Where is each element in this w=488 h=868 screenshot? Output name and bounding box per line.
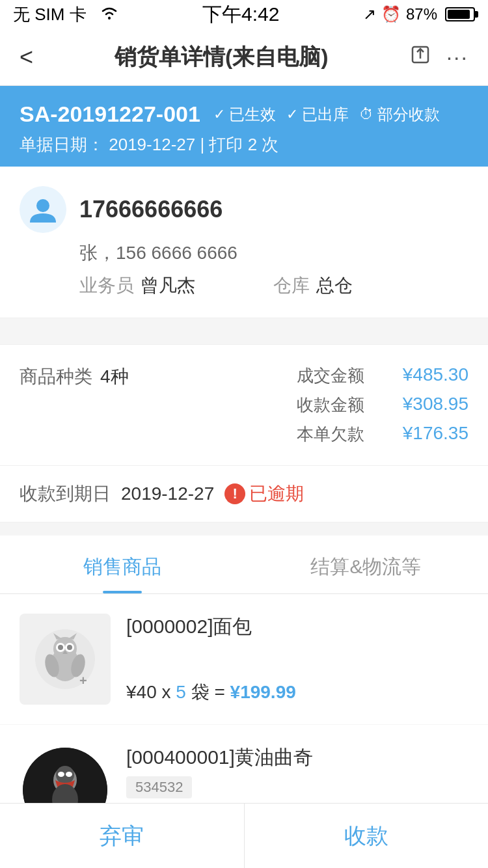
check-icon-2: ✓ [286,106,298,123]
user-avatar-icon [27,194,59,225]
clock-icon: ⏱ [359,106,373,123]
product-price-bread: ¥40 x 5 袋 = ¥199.99 [126,680,468,705]
nav-actions: ··· [410,44,468,70]
svg-point-21 [66,772,72,777]
order-header-banner: SA-20191227-001 ✓ 已生效 ✓ 已出库 ⏱ 部分收款 单据日期：… [0,86,488,167]
salesperson-value: 曾凡杰 [141,273,195,298]
due-date-value: 2019-12-27 [121,483,214,504]
salesperson-label: 业务员 [79,273,134,298]
svg-point-0 [108,17,111,20]
product-total-bread: ¥199.99 [230,682,296,702]
owed-amount-label: 本单欠款 [297,423,364,446]
carrier-wifi: 无 SIM 卡 [13,3,118,26]
status-bar: 无 SIM 卡 下午4:42 ↗ ⏰ 87% [0,0,488,29]
share-icon[interactable] [410,44,431,70]
warehouse-value: 总仓 [316,273,353,298]
overdue-badge: ! 已逾期 [224,481,304,506]
more-icon[interactable]: ··· [446,44,468,70]
reject-button[interactable]: 弃审 [0,804,245,868]
tab-settlement-logistics[interactable]: 结算&物流等 [244,536,488,593]
product-name-cookie: [000400001]黄油曲奇 [126,744,468,771]
order-status-badges: ✓ 已生效 ✓ 已出库 ⏱ 部分收款 [213,104,440,125]
collect-payment-button[interactable]: 收款 [245,804,489,868]
battery-percent: 87% [406,5,437,23]
order-date-line: 单据日期： 2019-12-27 | 打印 2 次 [20,133,468,156]
battery-icon [445,7,475,21]
status-effective: ✓ 已生效 [213,104,276,125]
status-indicators: ↗ ⏰ 87% [363,5,475,23]
deal-amount-label: 成交金额 [297,364,364,387]
product-sku-cookie: 534532 [126,776,192,798]
carrier-text: 无 SIM 卡 [13,5,87,24]
tab-sales-products[interactable]: 销售商品 [0,536,244,593]
product-qty-bread: 5 [176,682,186,702]
location-icon: ↗ [363,5,376,23]
product-kinds-value: 4种 [100,364,129,389]
tabs-spacer [0,522,488,536]
back-button[interactable]: < [20,44,33,71]
bottom-action-bar: 弃审 收款 [0,803,488,868]
product-kinds-label: 商品种类 [20,364,92,389]
stats-section: 商品种类 4种 成交金额 ¥485.30 收款金额 ¥308.95 本单欠款 ¥… [0,344,488,466]
customer-avatar [20,186,66,233]
svg-point-20 [58,772,64,777]
owed-amount-value: ¥176.35 [384,423,468,446]
customer-phone: 17666666666 [79,196,223,223]
received-amount-label: 收款金额 [297,394,364,416]
status-partial-payment: ⏱ 部分收款 [359,104,440,125]
product-image-owl: + [33,627,98,692]
customer-name-phone: 张，156 6666 6666 [20,241,468,265]
product-info-bread: [0000002]面包 ¥40 x 5 袋 = ¥199.99 [126,614,468,705]
wifi-icon [100,6,118,20]
order-id: SA-20191227-001 [20,102,200,127]
due-date-section: 收款到期日 2019-12-27 ! 已逾期 [0,466,488,522]
svg-point-9 [58,645,63,650]
nav-bar: < 销货单详情(来自电脑) ··· [0,29,488,86]
product-name-bread: [0000002]面包 [126,614,468,640]
customer-section: 17666666666 张，156 6666 6666 业务员 曾凡杰 仓库 总… [0,167,488,318]
product-tabs: 销售商品 结算&物流等 [0,536,488,594]
warehouse-label: 仓库 [273,273,310,298]
received-amount-value: ¥308.95 [384,394,468,416]
time-display: 下午4:42 [202,1,279,28]
svg-text:+: + [79,673,87,688]
svg-point-10 [67,645,72,650]
product-item-bread: + [0000002]面包 ¥40 x 5 袋 = ¥199.99 [0,594,488,725]
customer-meta: 业务员 曾凡杰 仓库 总仓 [20,273,468,298]
deal-amount-value: ¥485.30 [384,364,468,387]
svg-point-3 [36,199,49,212]
overdue-warning-icon: ! [224,483,245,504]
check-icon-1: ✓ [213,106,225,123]
alarm-icon: ⏰ [381,5,401,23]
product-thumb-bread: + [20,614,111,705]
overdue-text: 已逾期 [249,481,304,506]
page-title: 销货单详情(来自电脑) [115,42,329,72]
due-date-label: 收款到期日 [20,481,111,506]
separator-1 [0,318,488,331]
status-shipped: ✓ 已出库 [286,104,349,125]
